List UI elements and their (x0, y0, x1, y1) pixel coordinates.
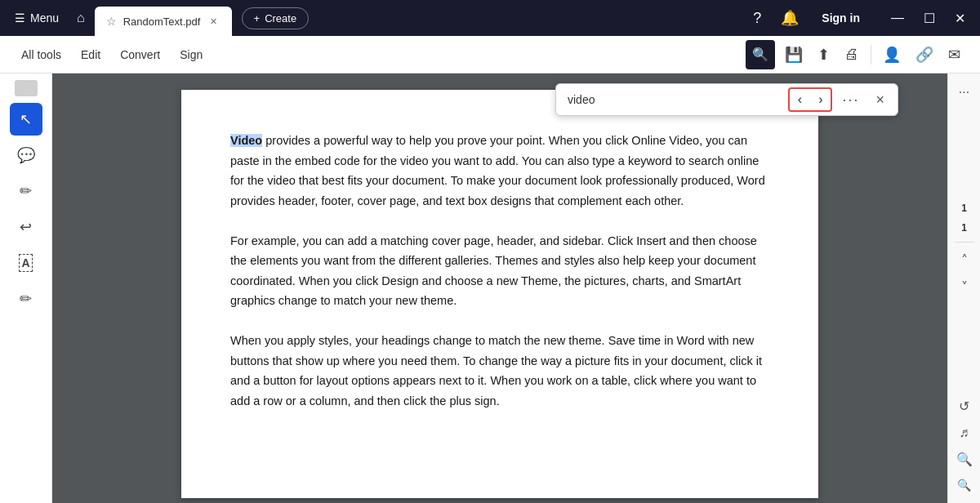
paragraph-1: Video provides a powerful way to help yo… (230, 131, 769, 211)
bell-icon[interactable]: 🔔 (774, 6, 805, 30)
search-bar: ‹ › ··· × (555, 83, 898, 116)
left-sidebar: ↖ 💬 ✏ ↩ A ✏ (0, 73, 52, 503)
hamburger-icon: ☰ (15, 11, 25, 24)
mail-icon: ✉ (948, 47, 960, 63)
right-panel: ··· 1 1 ˄ ˅ ↺ ♬ 🔍 🔍 (947, 73, 980, 503)
more-options-button[interactable]: ··· (954, 80, 974, 105)
markup-icon: ✏ (20, 290, 32, 308)
tab-close-button[interactable]: × (207, 13, 220, 29)
search-close-button[interactable]: × (869, 88, 891, 112)
mail-button[interactable]: ✉ (942, 41, 967, 69)
close-icon: × (875, 91, 884, 108)
more-options-icon: ··· (842, 91, 859, 108)
pen-icon: ✏ (20, 182, 32, 200)
markup-tool-button[interactable]: ✏ (10, 283, 42, 315)
upload-button[interactable]: ⬆ (811, 41, 836, 69)
convert-menu[interactable]: Convert (112, 43, 168, 66)
all-tools-menu[interactable]: All tools (13, 43, 69, 66)
search-next-button[interactable]: › (810, 89, 831, 110)
account-button[interactable]: 👤 (876, 41, 907, 69)
refresh-icon: ↺ (959, 398, 969, 414)
maximize-button[interactable]: ☐ (915, 7, 943, 29)
help-icon[interactable]: ? (746, 7, 768, 30)
more-icon: ··· (959, 85, 969, 100)
paragraph-2: For example, you can add a matching cove… (230, 231, 769, 312)
page-label: 1 (960, 219, 969, 237)
rp-divider (955, 242, 974, 243)
scroll-up-button[interactable]: ˄ (956, 247, 973, 273)
scroll-down-button[interactable]: ˅ (956, 274, 973, 300)
create-plus-icon: + (254, 12, 261, 24)
window-controls: — ☐ ✕ (883, 7, 973, 29)
titlebar-right-section: ? 🔔 Sign in — ☐ ✕ (746, 6, 973, 30)
home-button[interactable]: ⌂ (70, 6, 91, 30)
toolbar-right-icons: 💾 ⬆ 🖨 👤 🔗 ✉ (778, 41, 967, 69)
audio-icon: ♬ (960, 425, 969, 440)
search-button[interactable]: 🔍 (746, 40, 775, 69)
pdf-content-area[interactable]: ‹ › ··· × Video provides a powerful way … (52, 73, 947, 503)
scroll-indicator (15, 80, 38, 96)
highlight-video: Video (230, 134, 262, 147)
save-button[interactable]: 💾 (778, 41, 809, 69)
zoom-in-icon: 🔍 (956, 452, 973, 467)
toolbar-divider (871, 45, 871, 65)
home-icon: ⌂ (77, 11, 85, 24)
zoom-out-icon: 🔍 (957, 479, 971, 492)
chevron-down-icon: ˅ (961, 279, 968, 295)
search-navigation: ‹ › (788, 87, 833, 112)
comment-icon: 💬 (17, 146, 35, 164)
sign-in-button[interactable]: Sign in (812, 8, 870, 28)
pdf-page: Video provides a powerful way to help yo… (181, 90, 818, 498)
main-area: ↖ 💬 ✏ ↩ A ✏ ‹ › (0, 73, 980, 503)
select-text-icon: A (19, 254, 32, 272)
pdf-tab[interactable]: ☆ RandomText.pdf × (95, 7, 232, 36)
pdf-text-content: Video provides a powerful way to help yo… (230, 131, 769, 412)
account-icon: 👤 (883, 47, 901, 63)
zoom-in-button[interactable]: 🔍 (951, 447, 978, 472)
edit-menu[interactable]: Edit (73, 43, 109, 66)
link-button[interactable]: 🔗 (909, 41, 940, 69)
tab-title: RandomText.pdf (123, 16, 201, 28)
search-more-button[interactable]: ··· (835, 88, 866, 112)
toolbar: All tools Edit Convert Sign 🔍 💾 ⬆ 🖨 👤 🔗 … (0, 36, 980, 73)
minimize-button[interactable]: — (883, 7, 912, 29)
search-icon: 🔍 (752, 47, 768, 62)
title-bar: ☰ Menu ⌂ ☆ RandomText.pdf × + Create ? 🔔… (0, 0, 980, 36)
search-prev-button[interactable]: ‹ (790, 89, 810, 110)
menu-button[interactable]: ☰ Menu (7, 8, 67, 28)
star-icon: ☆ (106, 15, 117, 28)
print-icon: 🖨 (844, 46, 859, 62)
create-button[interactable]: + Create (242, 7, 310, 29)
zoom-out-button[interactable]: 🔍 (952, 474, 976, 496)
audio-button[interactable]: ♬ (955, 421, 974, 445)
paragraph-3: When you apply styles, your headings cha… (230, 331, 769, 412)
comment-tool-button[interactable]: 💬 (10, 139, 42, 171)
close-button[interactable]: ✕ (947, 7, 973, 29)
create-label: Create (265, 12, 296, 24)
chevron-up-icon: ˄ (961, 252, 968, 268)
chevron-right-icon: › (818, 92, 822, 107)
cursor-icon: ↖ (20, 110, 32, 128)
link-icon: 🔗 (915, 47, 933, 63)
pen-tool-button[interactable]: ✏ (10, 175, 42, 207)
curve-icon: ↩ (20, 218, 32, 236)
page-number: 1 (960, 199, 969, 217)
cursor-tool-button[interactable]: ↖ (10, 103, 42, 136)
save-icon: 💾 (785, 47, 803, 63)
paragraph-1-text: provides a powerful way to help you prov… (230, 134, 765, 207)
refresh-button[interactable]: ↺ (954, 394, 974, 419)
print-button[interactable]: 🖨 (838, 41, 866, 68)
sign-menu[interactable]: Sign (172, 43, 211, 66)
select-text-tool-button[interactable]: A (10, 247, 42, 279)
menu-label: Menu (30, 11, 59, 24)
chevron-left-icon: ‹ (798, 92, 802, 107)
upload-icon: ⬆ (817, 47, 830, 63)
search-input[interactable] (563, 90, 785, 109)
curve-tool-button[interactable]: ↩ (10, 211, 42, 243)
